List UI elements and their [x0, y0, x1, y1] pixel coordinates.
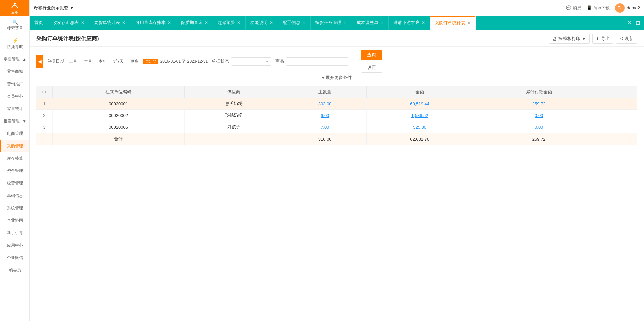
chevron-down-icon: ▼ [22, 119, 26, 124]
sidebar-item-search[interactable]: 🔍 搜索菜单 [0, 16, 29, 35]
date-shortcut-this-month[interactable]: 本月 [81, 58, 95, 65]
sidebar-item-marketing[interactable]: 营销推广 [0, 78, 29, 90]
date-shortcut-last-month[interactable]: 上月 [66, 58, 80, 65]
tab-close-icon[interactable]: ✕ [237, 20, 240, 25]
sidebar-item-vip[interactable]: 畅会员 [0, 264, 29, 276]
sidebar-item-system[interactable]: 系统管理 [0, 202, 29, 214]
query-button[interactable]: 查询 [361, 50, 382, 60]
message-button[interactable]: 💬 消息 [566, 5, 581, 11]
sidebar-item-wholesale[interactable]: 批发管理 ▼ [0, 115, 29, 127]
settings-icon[interactable]: ⚙ [42, 89, 46, 95]
footer-amount: 62,631.76 [367, 133, 473, 145]
svg-point-0 [13, 3, 15, 5]
workspace-selector[interactable]: 母婴行业演示账套 ▼ [34, 5, 74, 11]
sidebar-item-basic[interactable]: 基础信息 [0, 190, 29, 202]
tab-config-info[interactable]: 配置信息 ✕ [278, 16, 311, 30]
tab-config-info-label: 配置信息 [283, 20, 300, 26]
expand-conditions-button[interactable]: ▾ 展开更多条件 [322, 75, 352, 81]
cell-quantity: 7.00 [283, 121, 367, 133]
date-shortcut-7days[interactable]: 近7天 [111, 58, 126, 65]
tab-maximize-button[interactable]: ⊡ [634, 18, 641, 28]
tab-close-icon[interactable]: ✕ [205, 20, 208, 25]
sidebar-item-enterprise[interactable]: 企业协同 [0, 214, 29, 227]
cell-amount: 1,586.52 [367, 110, 473, 121]
tab-close-icon[interactable]: ✕ [467, 21, 471, 25]
sidebar-item-member-label: 会员中心 [7, 94, 23, 99]
sidebar-nav: 🔍 搜索菜单 ⚡ 快捷导航 零售管理 ▲ 零售商城 营销推广 会员中心 零售统计… [0, 16, 29, 321]
col-supplier: 供应商 [184, 86, 283, 98]
sidebar-item-quick-nav-label: 快捷导航 [7, 44, 23, 50]
sidebar-item-app-center[interactable]: 应用中心 [0, 239, 29, 252]
sidebar-item-quick-nav[interactable]: ⚡ 快捷导航 [0, 35, 29, 53]
message-label: 消息 [573, 5, 581, 11]
tab-close-icon[interactable]: ✕ [380, 20, 384, 25]
sidebar-item-retail-shop-label: 零售商城 [7, 69, 23, 74]
sidebar-item-inventory[interactable]: 库存核算 [0, 152, 29, 165]
sidebar-item-ecommerce[interactable]: 电商管理 [0, 127, 29, 140]
filter-row: ◀ 单据日期 上月 本月 本年 近7天 更多 自定义 2016-01-01 至 … [36, 50, 637, 73]
user-menu[interactable]: Ea demo2 [615, 3, 640, 13]
sidebar: 标雁 🔍 搜索菜单 ⚡ 快捷导航 零售管理 ▲ 零售商城 营销推广 会员中心 零… [0, 0, 30, 321]
tab-close-icon[interactable]: ✕ [168, 20, 171, 25]
tab-receive-summary[interactable]: 收发存汇总表 ✕ [48, 16, 89, 30]
tab-available-stock[interactable]: 可用量库存账本 ✕ [130, 16, 176, 30]
tab-available-stock-label: 可用量库存账本 [135, 20, 166, 26]
filter-status-select[interactable] [231, 57, 271, 66]
sidebar-item-enterprise-wechat[interactable]: 企业微信 [0, 252, 29, 264]
cell-index: 1 [36, 98, 52, 110]
page-title: 采购订单统计表(按供应商) [36, 35, 99, 42]
print-icon: 🖨 [553, 36, 557, 41]
sidebar-item-member[interactable]: 会员中心 [0, 90, 29, 103]
date-shortcut-this-year[interactable]: 本年 [96, 58, 109, 65]
table-wrap: ⚙ 往来单位编码 供应商 主数量 金额 累计付款金额 1 00020001 惠氏… [30, 86, 644, 321]
filter-goods-input[interactable] [286, 57, 348, 66]
sidebar-item-newbie-label: 新手引导 [7, 230, 23, 236]
filter-collapse-button[interactable]: ◀ [36, 55, 43, 68]
filter-goods-more-icon[interactable]: ··· [351, 58, 357, 65]
sidebar-item-operation-label: 经营管理 [7, 180, 23, 186]
date-shortcut-more[interactable]: 更多 [128, 58, 141, 65]
refresh-label: 刷新 [625, 36, 634, 42]
page-header-actions: 🖨 按模板打印 ▼ ⬆ 导出 ↺ 刷新 [549, 34, 637, 44]
tab-pick-task[interactable]: 拣货任务管理 ✕ [311, 16, 352, 30]
app-download-button[interactable]: 📱 App下载 [587, 5, 610, 11]
tab-function-desc[interactable]: 功能说明 ✕ [246, 16, 278, 30]
tab-invite-downstream[interactable]: 邀请下游客户 ✕ [389, 16, 430, 30]
refresh-button[interactable]: ↺ 刷新 [616, 34, 637, 44]
tab-over-stock[interactable]: 超储预警 ✕ [213, 16, 246, 30]
tab-cost-adjust-label: 成本调整单 [357, 20, 378, 26]
tab-invite-downstream-label: 邀请下游客户 [393, 20, 420, 26]
tab-close-icon[interactable]: ✕ [122, 20, 125, 25]
filter-date-shortcuts: 上月 本月 本年 近7天 更多 [66, 58, 141, 65]
tab-purchase-summary[interactable]: 采购订单统计表 ✕ [430, 16, 476, 30]
cell-supplier: 飞鹤奶粉 [184, 110, 283, 121]
tab-home[interactable]: 首页 [30, 16, 48, 30]
tab-order-summary[interactable]: 要货单统计表 ✕ [89, 16, 130, 30]
setting-button[interactable]: 设置 [361, 63, 382, 73]
sidebar-item-operation[interactable]: 经营管理 [0, 177, 29, 190]
export-button[interactable]: ⬆ 导出 [592, 34, 613, 44]
export-label: 导出 [601, 36, 610, 42]
sidebar-item-retail[interactable]: 零售管理 ▲ [0, 53, 29, 65]
tab-close-icon[interactable]: ✕ [81, 20, 84, 25]
cell-index: 3 [36, 121, 52, 133]
sidebar-item-retail-shop[interactable]: 零售商城 [0, 65, 29, 78]
tab-cost-adjust[interactable]: 成本调整单 ✕ [352, 16, 389, 30]
tab-close-icon[interactable]: ✕ [422, 20, 425, 25]
tab-close-icon[interactable]: ✕ [343, 20, 347, 25]
tab-close-icon[interactable]: ✕ [302, 20, 306, 25]
tab-close-icon[interactable]: ✕ [270, 20, 273, 25]
tab-close-all-button[interactable]: ✕ [626, 18, 633, 28]
sidebar-item-newbie[interactable]: 新手引导 [0, 227, 29, 239]
sidebar-item-basic-label: 基础信息 [7, 193, 23, 199]
tab-expiry-query[interactable]: 保质期查询 ✕ [176, 16, 213, 30]
print-button[interactable]: 🖨 按模板打印 ▼ [549, 34, 590, 44]
footer-empty-2 [184, 133, 283, 145]
col-paid: 累计付款金额 [473, 86, 605, 98]
tab-order-summary-label: 要货单统计表 [94, 20, 120, 26]
sidebar-item-app-center-label: 应用中心 [7, 243, 23, 248]
sidebar-item-purchase[interactable]: 采购管理 [0, 140, 29, 152]
cell-code: 00020002 [52, 110, 184, 121]
sidebar-item-finance[interactable]: 资金管理 [0, 165, 29, 177]
sidebar-item-retail-stat[interactable]: 零售统计 [0, 103, 29, 115]
